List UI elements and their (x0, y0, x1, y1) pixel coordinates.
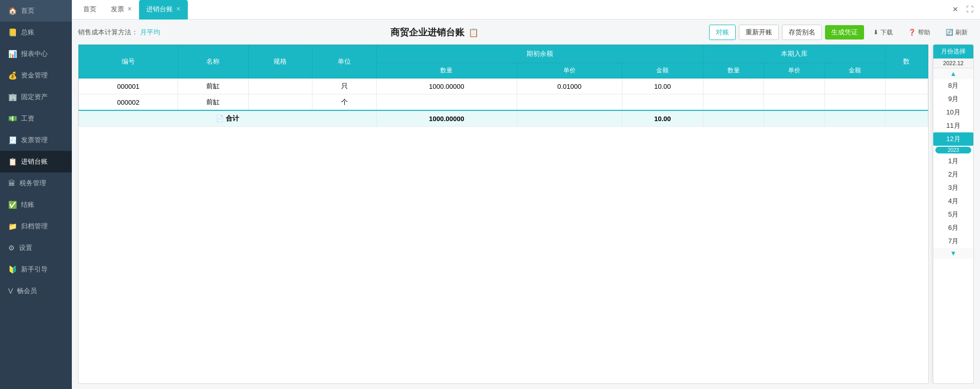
tab-进销台账[interactable]: 进销台账✕ (139, 0, 188, 20)
sidebar-item-archive[interactable]: 📁归档管理 (0, 216, 72, 237)
sidebar-label-assets: 固定资产 (21, 92, 48, 102)
sidebar-label-guide: 新手引导 (21, 265, 48, 274)
tab-close-icon[interactable]: ✕ (127, 6, 132, 12)
month-year-2022: 2022.12 (933, 59, 973, 68)
month-scroll-down[interactable]: ▼ (933, 248, 973, 259)
sidebar-item-tax[interactable]: 🏛税务管理 (0, 172, 72, 194)
reopen-button[interactable]: 重新开账 (739, 25, 779, 40)
col-unit: 单位 (312, 45, 377, 79)
sidebar-item-invoice[interactable]: 🧾发票管理 (0, 129, 72, 151)
month-item-2023-7[interactable]: 7月 (933, 235, 973, 248)
total-price-in (764, 110, 825, 127)
sidebar-item-purchase-sales[interactable]: 📋进销台账 (0, 151, 72, 172)
download-icon: ⬇ (873, 29, 878, 36)
sidebar-label-member: 畅会员 (17, 286, 37, 296)
month-item-10[interactable]: 10月 (933, 106, 973, 119)
generate-voucher-button[interactable]: 生成凭证 (825, 25, 864, 40)
table-body: 000001 前缸 只 1000.00000 0.01000 10.00 (79, 79, 928, 127)
total-price-start (517, 110, 622, 127)
sidebar-item-funds[interactable]: 💰资金管理 (0, 65, 72, 86)
refresh-button[interactable]: 🔄 刷新 (939, 26, 974, 40)
month-item-2023-6[interactable]: 6月 (933, 221, 973, 235)
sidebar-icon-home: 🏠 (8, 7, 17, 15)
help-button[interactable]: ❓ 帮助 (902, 26, 936, 40)
sub-qty-start: 数量 (376, 63, 517, 79)
sidebar: 🏠首页📒总账📊报表中心💰资金管理🏢固定资产💵工资🧾发票管理📋进销台账🏛税务管理✅… (0, 0, 72, 389)
total-extra (885, 110, 928, 127)
sub-price-in: 单价 (764, 63, 825, 79)
sidebar-item-payroll[interactable]: 💵工资 (0, 108, 72, 129)
sidebar-icon-guide: 🔰 (8, 265, 17, 274)
sub-amount-start: 金额 (622, 63, 703, 79)
col-spec: 规格 (248, 45, 312, 79)
maximize-window-button[interactable]: ⛶ (965, 4, 975, 14)
month-item-2023-1[interactable]: 1月 (933, 154, 973, 168)
cell-extra (885, 94, 928, 111)
cell-unit: 个 (312, 94, 377, 111)
cell-spec (248, 79, 312, 94)
help-icon: ❓ (908, 29, 916, 36)
cell-code: 000001 (79, 79, 178, 94)
sidebar-item-settings[interactable]: ⚙设置 (0, 237, 72, 259)
month-item-2023-2[interactable]: 2月 (933, 168, 973, 181)
sidebar-icon-reports: 📊 (8, 50, 17, 58)
col-name: 名称 (178, 45, 248, 79)
month-item-2023-4[interactable]: 4月 (933, 194, 973, 208)
save-alias-button[interactable]: 存货别名 (782, 25, 822, 40)
action-buttons: 对账 重新开账 存货别名 生成凭证 ⬇ 下载 ❓ 帮助 🔄 刷新 (709, 25, 974, 40)
cell-qty-start: 1000.00000 (376, 79, 517, 94)
tab-label: 发票 (111, 5, 124, 14)
month-panel-title: 月份选择 (933, 45, 973, 59)
cell-price-start (517, 94, 622, 111)
total-amount-start: 10.00 (622, 110, 703, 127)
close-window-button[interactable]: ✕ (950, 4, 961, 14)
window-controls: ✕ ⛶ (950, 4, 975, 14)
sidebar-label-checkout: 结账 (21, 200, 34, 209)
sidebar-icon-funds: 💰 (8, 71, 17, 80)
cell-price-in (764, 94, 825, 111)
sub-price-start: 单价 (517, 63, 622, 79)
month-item-12[interactable]: 12月 (933, 132, 973, 146)
month-item-2023-5[interactable]: 5月 (933, 208, 973, 221)
sidebar-item-checkout[interactable]: ✅结账 (0, 194, 72, 216)
cell-amount-start: 10.00 (622, 79, 703, 94)
sidebar-icon-archive: 📁 (8, 222, 17, 230)
sidebar-item-member[interactable]: V畅会员 (0, 280, 72, 302)
sidebar-item-reports[interactable]: 📊报表中心 (0, 43, 72, 65)
cell-spec (248, 94, 312, 111)
sidebar-icon-payroll: 💵 (8, 114, 17, 123)
sidebar-icon-settings: ⚙ (8, 244, 15, 252)
title-info-icon[interactable]: 📋 (468, 28, 479, 37)
reconcile-button[interactable]: 对账 (709, 25, 736, 40)
cell-qty-start (376, 94, 517, 111)
sidebar-label-tax: 税务管理 (19, 179, 46, 188)
month-item-2023-3[interactable]: 3月 (933, 181, 973, 194)
col-group-current-in: 本期入库 (703, 45, 885, 63)
table-wrapper[interactable]: 编号 名称 规格 单位 期初余额 本期入库 数 数量 单价 金额 数 (78, 44, 929, 384)
sidebar-label-invoice: 发票管理 (21, 135, 48, 145)
sidebar-label-reports: 报表中心 (21, 49, 48, 59)
tab-发票[interactable]: 发票✕ (104, 0, 139, 20)
sidebar-label-purchase-sales: 进销台账 (21, 157, 48, 166)
tab-首页[interactable]: 首页 (76, 0, 104, 20)
total-row: 📄 合计 1000.00000 10.00 (79, 110, 928, 127)
sidebar-icon-member: V (8, 287, 13, 295)
sidebar-label-archive: 归档管理 (21, 222, 48, 231)
total-label-cell: 📄 合计 (79, 110, 377, 127)
tab-close-icon[interactable]: ✕ (176, 6, 181, 12)
page-title: 商贸企业进销台账 (390, 26, 464, 38)
month-item-11[interactable]: 11月 (933, 119, 973, 132)
cost-method-label: 销售成本计算方法： (78, 28, 138, 36)
month-item-9[interactable]: 9月 (933, 92, 973, 106)
month-scroll-up[interactable]: ▲ (933, 68, 973, 79)
cell-qty-in (703, 94, 763, 111)
sidebar-item-guide[interactable]: 🔰新手引导 (0, 259, 72, 280)
table-row: 000001 前缸 只 1000.00000 0.01000 10.00 (79, 79, 928, 94)
download-button[interactable]: ⬇ 下载 (867, 26, 899, 40)
month-item-8[interactable]: 8月 (933, 79, 973, 92)
col-code: 编号 (79, 45, 178, 79)
sidebar-item-assets[interactable]: 🏢固定资产 (0, 86, 72, 108)
sidebar-item-home[interactable]: 🏠首页 (0, 0, 72, 22)
top-info-bar: 销售成本计算方法： 月平均 商贸企业进销台账 📋 对账 重新开账 存货别名 生成… (78, 25, 974, 40)
sidebar-item-ledger[interactable]: 📒总账 (0, 22, 72, 43)
